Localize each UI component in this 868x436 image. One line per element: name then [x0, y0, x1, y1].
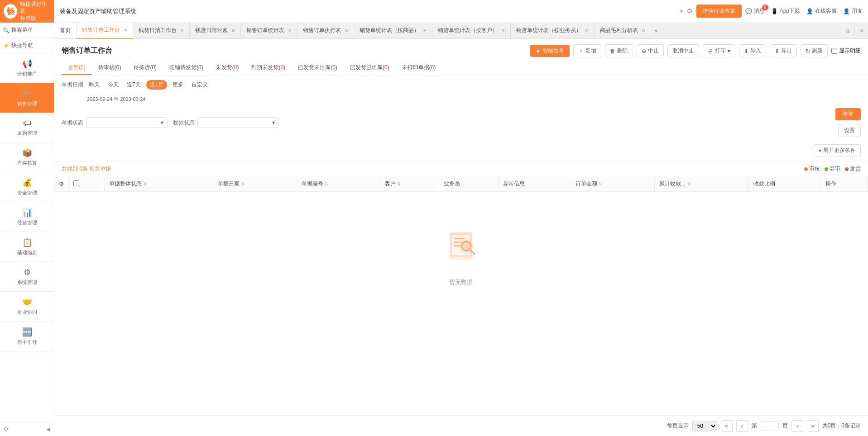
sidebar-item-guide[interactable]: 🆕 新手引导	[0, 322, 54, 351]
pagination: 每页显示 10 20 50 100 « ‹ 第 1 页 › » 共0页，0条记录	[54, 415, 868, 436]
sort-status-icon[interactable]: ⇅	[143, 181, 147, 186]
app-download-button[interactable]: 📱 App下载	[771, 7, 800, 15]
sort-number-icon[interactable]: ⇅	[325, 181, 328, 186]
query-button[interactable]: 查询	[835, 108, 861, 120]
filter-opt-more[interactable]: 更多	[170, 80, 186, 90]
delete-button[interactable]: 🗑 删除	[605, 44, 633, 57]
tab-sales-stat[interactable]: 销售订单统计表 ✕	[241, 23, 297, 39]
subtab-all[interactable]: 全部(0)	[62, 61, 92, 75]
sidebar-item-finance[interactable]: 💰 资金管理	[0, 172, 54, 202]
first-page-button[interactable]: «	[721, 420, 733, 432]
unreviewed-dot	[825, 167, 828, 171]
subtab-not-shipped[interactable]: 未发货(0)	[210, 61, 245, 75]
topbar: 装备及固定资产辅助管理系统 ▾ ⚙ 体验行业方案 💬 消息 6 📱 App下载 …	[54, 0, 868, 23]
tab-close-margin-analysis[interactable]: ✕	[642, 28, 645, 33]
sidebar-item-enterprise[interactable]: 🤝 企业协同	[0, 292, 54, 322]
tab-more-button[interactable]: ▾	[651, 23, 661, 39]
subtab-pending-review[interactable]: 待审核(0)	[92, 61, 128, 75]
tab-close-sales-stat[interactable]: ✕	[288, 28, 292, 33]
unreviewed-action-button[interactable]: 弃审	[825, 165, 840, 173]
cancel-stop-button[interactable]: 取消中止	[667, 44, 699, 57]
export-button[interactable]: ⬆ 导出	[770, 44, 797, 57]
smart-create-button[interactable]: ★ 智能生单	[530, 45, 570, 57]
tab-sales-workbench[interactable]: 销售订单工作台 ✕	[77, 23, 133, 39]
horizontal-scrollbar[interactable]	[54, 410, 868, 415]
tab-close-cash-daily[interactable]: ✕	[180, 28, 184, 33]
tab-sales-stat-product[interactable]: 销货单统计表（按商品） ✕	[354, 23, 432, 39]
subtab-pending-inspect[interactable]: 待拣货(0)	[127, 61, 163, 75]
sidebar-search[interactable]: 🔍 搜索菜单	[0, 23, 54, 38]
message-icon: 💬	[745, 8, 752, 14]
status-filter-select[interactable]: ▾	[86, 117, 168, 128]
topbar-settings-icon[interactable]: ⚙	[686, 7, 693, 15]
tab-sales-exec[interactable]: 销售订单执行表 ✕	[297, 23, 354, 39]
filter-opt-yesterday[interactable]: 昨天	[86, 80, 102, 90]
next-page-button[interactable]: ›	[791, 420, 803, 432]
refresh-button[interactable]: ↻ 刷新	[801, 44, 828, 57]
sort-customer-icon[interactable]: ⇅	[397, 181, 401, 186]
tab-minimize-button[interactable]: ✕	[854, 23, 868, 39]
filter-opt-today[interactable]: 今天	[105, 80, 121, 90]
payment-filter-select[interactable]: ▾	[197, 117, 279, 128]
print-button[interactable]: 🖨 打印 ▾	[703, 44, 735, 57]
tab-close-sales-stat-product[interactable]: ✕	[423, 28, 427, 33]
settings-button[interactable]: 设置	[838, 124, 861, 137]
add-button[interactable]: ＋ 新增	[573, 44, 601, 57]
review-action-button[interactable]: 审核	[804, 165, 820, 173]
tab-margin-analysis[interactable]: 商品毛利分析表 ✕	[595, 23, 651, 39]
online-service-button[interactable]: 👤 在线客服	[806, 7, 837, 15]
page-number-input[interactable]: 1	[761, 421, 779, 431]
tab-restore-button[interactable]: ⧉	[841, 23, 854, 39]
sidebar-item-basics[interactable]: 📋 基础信息	[0, 232, 54, 262]
tab-home[interactable]: 首页	[54, 23, 77, 39]
tab-sales-stat-staff[interactable]: 销货单统计表（按业务员） ✕	[511, 23, 595, 39]
subtab-wangpu-delivery[interactable]: 旺铺待发货(0)	[163, 61, 210, 75]
subtab-expired-not-shipped[interactable]: 到期未发货(0)	[245, 61, 292, 75]
sidebar-item-sales[interactable]: 🛒 销售管理	[0, 83, 54, 113]
filter-opt-custom[interactable]: 自定义	[189, 80, 211, 90]
user-menu[interactable]: 👤 用友	[843, 7, 863, 15]
stop-button[interactable]: ⊖ 中止	[637, 44, 664, 57]
sidebar-item-marketing[interactable]: 📢 营销推广	[0, 53, 54, 83]
col-number: 单据编号 ⇅	[297, 176, 380, 192]
ship-action-button[interactable]: 发货	[845, 165, 861, 173]
message-badge: 6	[762, 5, 768, 10]
tab-close-cash-reconcile[interactable]: ✕	[231, 28, 235, 33]
subtab-not-printed[interactable]: 未打印单据(0)	[396, 61, 442, 75]
tab-cash-reconcile[interactable]: 钱货日清对账 ✕	[190, 23, 241, 39]
subtab-shipped-out[interactable]: 已发货已出库(0)	[344, 61, 396, 75]
sidebar-item-operations[interactable]: 📊 经营管理	[0, 202, 54, 232]
tab-close-sales-stat-customer[interactable]: ✕	[501, 28, 505, 33]
last-page-button[interactable]: »	[807, 420, 819, 432]
prev-page-button[interactable]: ‹	[736, 420, 748, 432]
tab-close-sales-workbench[interactable]: ✕	[124, 28, 127, 33]
message-button[interactable]: 💬 消息 6	[745, 7, 765, 15]
page-size-select[interactable]: 10 20 50 100	[692, 421, 717, 431]
date-filter-options: 昨天 今天 近7天 近1月 更多 自定义	[86, 80, 211, 90]
show-detail-checkbox[interactable]: 显示明细	[831, 47, 861, 55]
topbar-dropdown-arrow[interactable]: ▾	[680, 8, 683, 14]
expand-conditions-button[interactable]: ▾ 展开更多条件	[814, 144, 861, 156]
tab-sales-stat-customer[interactable]: 销货单统计表（按客户） ✕	[432, 23, 511, 39]
subtab-shipped-not-out[interactable]: 已发货未出库(0)	[292, 61, 344, 75]
sort-collected-icon[interactable]: ⇅	[687, 181, 691, 186]
sidebar-item-inventory[interactable]: 📦 库存核算	[0, 142, 54, 172]
import-button[interactable]: ⬇ 导入	[739, 44, 766, 57]
detail-checkbox-input[interactable]	[831, 48, 837, 54]
col-settings[interactable]: ⚙	[54, 176, 69, 192]
sort-date-icon[interactable]: ⇅	[241, 181, 245, 186]
collapse-icon[interactable]: ◀	[46, 426, 50, 432]
sort-amount-icon[interactable]: ⇅	[599, 181, 602, 186]
sidebar-item-purchase[interactable]: 🏷 采购管理	[0, 113, 54, 142]
industry-solution-button[interactable]: 体验行业方案	[696, 5, 742, 18]
tab-close-sales-stat-staff[interactable]: ✕	[585, 28, 589, 33]
settings-icon[interactable]: ⚙	[4, 426, 9, 432]
sidebar-item-system[interactable]: ⚙ 系统管理	[0, 262, 54, 292]
col-checkbox[interactable]	[69, 176, 105, 192]
sidebar-quick-nav[interactable]: ⚡ 快捷导航	[0, 38, 54, 53]
filter-opt-7days[interactable]: 近7天	[124, 80, 144, 90]
tab-cash-daily[interactable]: 钱货日清工作台 ✕	[133, 23, 190, 39]
tab-close-sales-exec[interactable]: ✕	[345, 28, 348, 33]
filter-opt-1month[interactable]: 近1月	[146, 80, 168, 90]
select-all-checkbox[interactable]	[73, 180, 79, 186]
